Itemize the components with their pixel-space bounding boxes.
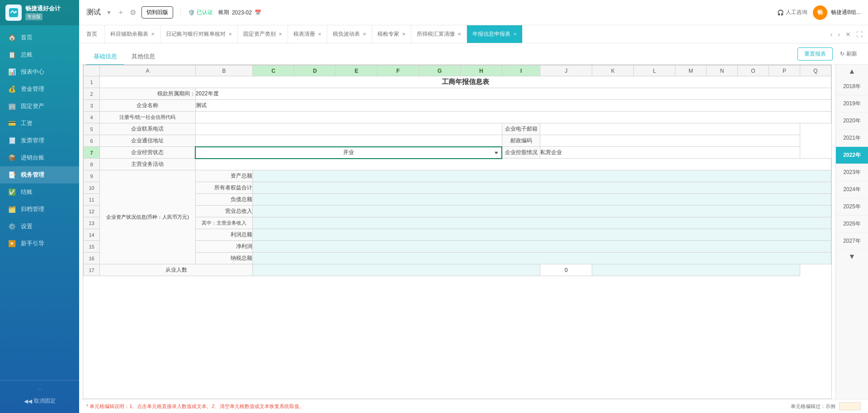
cell-3-a: 企业名称 xyxy=(100,100,196,112)
cell-17-c[interactable] xyxy=(253,264,540,276)
header-dropdown-btn[interactable]: ▼ xyxy=(106,9,112,16)
cell-15-b: 净利润 xyxy=(195,241,252,253)
sidebar-item-home[interactable]: 🏠 首页 xyxy=(0,29,79,46)
year-item-2023[interactable]: 2023年 xyxy=(836,164,868,181)
header-add-btn[interactable]: ＋ xyxy=(117,8,124,17)
tab-close-all-btn[interactable]: ✕ xyxy=(844,30,853,39)
cell-title[interactable]: 工商年报信息表 xyxy=(100,76,831,88)
sub-tab-other[interactable]: 其他信息 xyxy=(124,49,162,65)
year-item-2019[interactable]: 2019年 xyxy=(836,95,868,113)
sidebar-label-reports: 报表中心 xyxy=(21,68,44,76)
refresh-button[interactable]: ↻ 刷新 xyxy=(836,48,861,60)
sidebar-item-tax[interactable]: 📑 税务管理 xyxy=(0,166,79,183)
tab-close-5[interactable]: ✕ xyxy=(402,32,406,37)
collapse-label: 取消固定 xyxy=(34,397,56,405)
tab-bank-reconcile[interactable]: 日记账与银行对账单核对 ✕ xyxy=(160,25,238,43)
sidebar-item-archive[interactable]: 🗂️ 归档管理 xyxy=(0,201,79,218)
cell-5-b[interactable] xyxy=(195,123,502,135)
sidebar-item-funds[interactable]: 💰 资金管理 xyxy=(0,80,79,98)
col-header-p: P xyxy=(769,66,800,76)
year-panel-up-btn[interactable]: ▲ xyxy=(836,65,868,78)
service-btn[interactable]: 🎧 人工咨询 xyxy=(777,9,807,16)
cell-12-c[interactable] xyxy=(253,206,831,217)
payroll-icon: 💳 xyxy=(7,120,16,127)
verified-label: 已认证 xyxy=(197,9,213,16)
tab-close-7[interactable]: ✕ xyxy=(513,32,517,37)
sidebar-item-assets[interactable]: 🏢 固定资产 xyxy=(0,98,79,115)
tab-annual-report[interactable]: 年报信息申报表 ✕ xyxy=(467,25,523,43)
cell-8-b[interactable] xyxy=(195,159,831,170)
year-item-2024[interactable]: 2024年 xyxy=(836,181,868,198)
tab-tax-expert[interactable]: 税检专家 ✕ xyxy=(372,25,411,43)
year-item-2021[interactable]: 2021年 xyxy=(836,130,868,147)
sidebar-item-guide[interactable]: ▶️ 新手引导 xyxy=(0,235,79,252)
cell-11-c[interactable] xyxy=(253,194,831,206)
reset-report-button[interactable]: 重置报表 xyxy=(797,47,833,61)
sidebar-collapse-btn[interactable]: ◀◀ 取消固定 xyxy=(0,394,79,408)
row-num-11: 11 xyxy=(84,194,100,206)
tab-close-0[interactable]: ✕ xyxy=(151,32,155,37)
tab-close-1[interactable]: ✕ xyxy=(228,32,232,37)
cell-14-c[interactable] xyxy=(253,229,831,241)
row-num-12: 12 xyxy=(84,206,100,217)
switch-version-button[interactable]: 切到旧版 xyxy=(142,6,173,19)
year-panel-down-btn[interactable]: ▼ xyxy=(836,250,868,263)
sidebar-label-assets: 固定资产 xyxy=(21,102,44,110)
verified-badge: 🛡️ 已认证 xyxy=(188,9,213,16)
col-header-q: Q xyxy=(800,66,831,76)
year-panel: ▲ 2018年 2019年 2020年 2021年 2022年 2023年 20… xyxy=(835,65,868,399)
tab-close-2[interactable]: ✕ xyxy=(278,32,282,37)
tab-subject-balance[interactable]: 科目辅助余额表 ✕ xyxy=(105,25,160,43)
tab-close-3[interactable]: ✕ xyxy=(318,32,321,37)
cell-3-b[interactable]: 测试 xyxy=(195,100,831,112)
tab-scroll-left-btn[interactable]: ‹ xyxy=(829,30,835,39)
year-item-2022[interactable]: 2022年 xyxy=(836,147,868,164)
cell-10-c[interactable] xyxy=(253,182,831,194)
header-settings-btn[interactable]: ⚙ xyxy=(130,8,136,17)
tab-scroll-right-btn[interactable]: › xyxy=(836,30,842,39)
tab-home[interactable]: 首页 xyxy=(79,25,105,43)
year-item-2020[interactable]: 2020年 xyxy=(836,113,868,130)
cell-9-c[interactable] xyxy=(253,170,831,182)
cell-4-b[interactable] xyxy=(195,112,831,123)
year-item-2027[interactable]: 2027年 xyxy=(836,233,868,250)
sub-tab-basic[interactable]: 基础信息 xyxy=(86,49,124,65)
row-num-6: 6 xyxy=(84,135,100,147)
sidebar-item-reports[interactable]: 📊 报表中心 xyxy=(0,63,79,80)
sidebar-item-ledger[interactable]: 📋 总账 xyxy=(0,46,79,63)
year-item-2018[interactable]: 2018年 xyxy=(836,78,868,95)
cell-17-j[interactable]: 0 xyxy=(540,264,592,276)
cell-6-b[interactable] xyxy=(195,135,502,147)
cell-15-c[interactable] xyxy=(253,241,831,253)
home-icon: 🏠 xyxy=(7,34,16,41)
cell-6-k[interactable] xyxy=(540,135,800,147)
year-item-2025[interactable]: 2025年 xyxy=(836,198,868,216)
year-item-2026[interactable]: 2026年 xyxy=(836,216,868,233)
sidebar-item-inventory[interactable]: 📦 进销台账 xyxy=(0,149,79,166)
sidebar-item-settings[interactable]: ⚙️ 设置 xyxy=(0,218,79,235)
sub-header: 基础信息 其他信息 重置报表 ↻ 刷新 xyxy=(79,43,868,65)
user-info[interactable]: 畅 畅捷通B组... xyxy=(813,5,861,20)
tab-expand-btn[interactable]: ⛶ xyxy=(854,30,864,39)
tab-fixed-asset-type[interactable]: 固定资产类别 ✕ xyxy=(238,25,288,43)
spreadsheet-wrapper: A B C D E F G H I J xyxy=(79,65,868,413)
tab-close-6[interactable]: ✕ xyxy=(458,32,461,37)
spreadsheet-container[interactable]: A B C D E F G H I J xyxy=(83,65,832,399)
calendar-icon[interactable]: 📅 xyxy=(255,9,261,16)
tab-tax-list[interactable]: 税表清册 ✕ xyxy=(288,25,327,43)
closing-icon: ✅ xyxy=(7,188,16,196)
cell-17-k[interactable] xyxy=(592,264,800,276)
tab-income-tax[interactable]: 所得税汇算清缴 ✕ xyxy=(411,25,467,43)
sidebar-item-payroll[interactable]: 💳 工资 xyxy=(0,115,79,132)
cell-2-b[interactable]: 2022年度 xyxy=(195,88,831,100)
cell-13-c[interactable] xyxy=(253,217,831,229)
col-header-j: J xyxy=(540,66,592,76)
cell-5-k[interactable] xyxy=(540,123,800,135)
sidebar-item-closing[interactable]: ✅ 结账 xyxy=(0,183,79,201)
sidebar-item-invoice[interactable]: 🧾 发票管理 xyxy=(0,132,79,149)
tab-close-4[interactable]: ✕ xyxy=(363,32,366,37)
cell-16-c[interactable] xyxy=(253,253,831,264)
tab-tax-fluctuation[interactable]: 税负波动表 ✕ xyxy=(327,25,372,43)
cell-7-b[interactable]: 开业 ▼ xyxy=(195,147,502,159)
cell-7-k[interactable]: 私营企业 xyxy=(540,147,800,159)
